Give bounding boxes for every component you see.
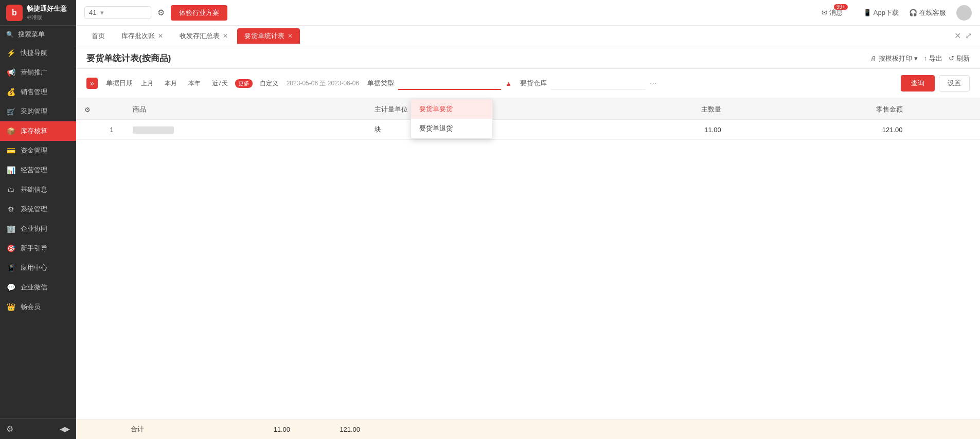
tab-order-summary[interactable]: 要货单统计表✕ (237, 28, 300, 44)
topbar-right: ✉ 消息 99+ 📱 App下载 🎧 在线客服 (822, 5, 972, 21)
this-year-btn[interactable]: 本年 (184, 78, 205, 89)
sales-icon: 💰 (6, 88, 15, 96)
inventory-icon: 📦 (6, 127, 15, 135)
close-tab-icon[interactable]: ✕ (954, 31, 961, 41)
app-download-btn[interactable]: 📱 App下载 (863, 8, 899, 17)
sidebar-item-app-center[interactable]: 📱应用中心 (0, 258, 76, 278)
wechat-icon: 💬 (6, 283, 15, 291)
print-template-btn[interactable]: 🖨 按模板打印 ▾ (870, 54, 918, 63)
col-settings[interactable]: ⚙ (76, 100, 99, 120)
tab-bar-actions: ✕ ⤢ (954, 31, 972, 41)
table-header-row: ⚙ 商品 主计量单位 主数量 零售金额 (76, 100, 980, 120)
sidebar-item-marketing[interactable]: 📢营销推广 (0, 63, 76, 82)
footer-label: 合计 (84, 425, 228, 434)
type-dropdown: 要货单要货要货单退货 (411, 99, 493, 139)
sidebar-item-label: 采购管理 (21, 107, 47, 116)
expand-icon: » (90, 79, 94, 87)
logo-icon: b (6, 5, 23, 21)
dropdown-item-order-goods[interactable]: 要货单要货 (411, 99, 492, 119)
fullscreen-icon[interactable]: ⤢ (965, 31, 972, 41)
headset-icon: 🎧 (909, 9, 917, 16)
operations-icon: 📊 (6, 166, 15, 174)
sidebar-footer: ⚙ ◀▶ (0, 418, 76, 439)
sidebar-item-finance[interactable]: 💳资金管理 (0, 141, 76, 160)
topbar-gear-icon[interactable]: ⚙ (157, 8, 165, 17)
filter-settings-btn[interactable]: 设置 (939, 75, 970, 92)
table-container: ⚙ 商品 主计量单位 主数量 零售金额 1 块 11.00 121.00 (76, 100, 980, 419)
row-sale-amount: 121.00 (729, 120, 911, 140)
type-dropdown-arrow[interactable]: ▲ (505, 80, 512, 87)
tab-inventory-batch[interactable]: 库存批次账✕ (114, 28, 170, 44)
avatar[interactable] (956, 5, 972, 21)
sidebar-logo: b 畅捷通好生意 标准版 (0, 0, 76, 26)
query-btn[interactable]: 查询 (901, 75, 935, 92)
gear-icon: ⚙ (84, 106, 91, 114)
sidebar-item-label: 系统管理 (21, 205, 47, 214)
warehouse-input[interactable] (551, 77, 646, 89)
message-icon: ✉ (822, 9, 827, 16)
warehouse-filter-group: 要货仓库 ··· (520, 77, 656, 89)
purchase-icon: 🛒 (6, 107, 15, 116)
basic-info-icon: 🗂 (6, 186, 15, 194)
last-7days-btn[interactable]: 近7天 (208, 78, 232, 89)
tab-close-icon[interactable]: ✕ (223, 32, 228, 40)
refresh-btn[interactable]: ↺ 刷新 (949, 54, 970, 63)
this-month-btn[interactable]: 本月 (161, 78, 181, 89)
settings-icon[interactable]: ⚙ (6, 424, 13, 434)
tab-close-icon[interactable]: ✕ (158, 32, 163, 40)
date-filter-group: 单据日期 上月 本月 本年 近7天 更多 自定义 2023-05-06 至 20… (106, 78, 359, 89)
page-title: 要货单统计表(按商品) (86, 52, 171, 64)
page-header: 要货单统计表(按商品) 🖨 按模板打印 ▾ ↑ 导出 ↺ 刷新 (76, 46, 980, 69)
sidebar-item-label: 基础信息 (21, 185, 47, 194)
prev-month-btn[interactable]: 上月 (137, 78, 157, 89)
sidebar-item-purchase[interactable]: 🛒采购管理 (0, 102, 76, 121)
sidebar-item-enterprise[interactable]: 🏢企业协同 (0, 219, 76, 239)
sidebar-item-basic-info[interactable]: 🗂基础信息 (0, 180, 76, 199)
tab-recv-send-summary[interactable]: 收发存汇总表✕ (172, 28, 235, 44)
sidebar-item-system[interactable]: ⚙系统管理 (0, 199, 76, 219)
tab-home[interactable]: 首页 (84, 28, 112, 44)
tab-label: 收发存汇总表 (180, 31, 220, 41)
footer-sale-amount: 121.00 (298, 426, 360, 433)
filter-bar: » 单据日期 上月 本月 本年 近7天 更多 自定义 2023-05-06 至 … (76, 69, 980, 98)
store-selector[interactable]: 41 ▾ (84, 6, 151, 19)
row-product (124, 120, 366, 140)
date-shortcuts: 上月 本月 本年 近7天 更多 自定义 (137, 78, 282, 89)
sidebar-item-label: 应用中心 (21, 263, 47, 272)
collapse-icon[interactable]: ◀▶ (60, 425, 70, 433)
sidebar-item-guide[interactable]: 🎯新手引导 (0, 239, 76, 258)
phone-icon: 📱 (863, 9, 871, 16)
messages-btn[interactable]: ✉ 消息 99+ (822, 8, 843, 17)
filter-expand-btn[interactable]: » (86, 78, 98, 89)
sidebar-item-inventory[interactable]: 📦库存核算 (0, 121, 76, 141)
dropdown-item-order-return[interactable]: 要货单退货 (411, 119, 492, 138)
enterprise-icon: 🏢 (6, 225, 15, 233)
type-select-input[interactable] (398, 77, 501, 90)
chevron-down-icon: ▾ (100, 9, 104, 16)
member-icon: 👑 (6, 303, 15, 311)
sidebar-item-label: 企业微信 (21, 283, 47, 292)
sidebar-item-label: 新手引导 (21, 244, 47, 253)
warehouse-more-btn[interactable]: ··· (650, 79, 656, 88)
custom-date-btn[interactable]: 自定义 (256, 78, 282, 89)
export-btn[interactable]: ↑ 导出 (924, 54, 943, 63)
online-service-btn[interactable]: 🎧 在线客服 (909, 8, 946, 17)
sidebar-item-sales[interactable]: 💰销售管理 (0, 82, 76, 102)
sidebar-item-label: 销售管理 (21, 87, 47, 97)
sidebar-item-member[interactable]: 👑畅会员 (0, 297, 76, 317)
sidebar-item-operations[interactable]: 📊经营管理 (0, 160, 76, 180)
main-content: 41 ▾ ⚙ 体验行业方案 ✉ 消息 99+ 📱 App下载 🎧 在线客服 首 (76, 0, 980, 439)
trial-btn[interactable]: 体验行业方案 (171, 5, 227, 21)
tab-close-icon[interactable]: ✕ (288, 32, 293, 40)
filter-actions: 查询 设置 (901, 75, 970, 92)
sidebar-item-wechat[interactable]: 💬企业微信 (0, 278, 76, 297)
sidebar-item-label: 企业协同 (21, 224, 47, 233)
sidebar-item-quick-nav[interactable]: ⚡快捷导航 (0, 43, 76, 63)
print-icon: 🖨 (870, 54, 877, 62)
guide-icon: 🎯 (6, 244, 15, 252)
more-date-btn[interactable]: 更多 (235, 79, 253, 88)
sidebar-item-label: 营销推广 (21, 68, 47, 77)
marketing-icon: 📢 (6, 68, 15, 77)
sidebar-search-btn[interactable]: 🔍 搜索菜单 (0, 26, 76, 43)
tabbar: 首页库存批次账✕收发存汇总表✕要货单统计表✕ ✕ ⤢ (76, 26, 980, 46)
